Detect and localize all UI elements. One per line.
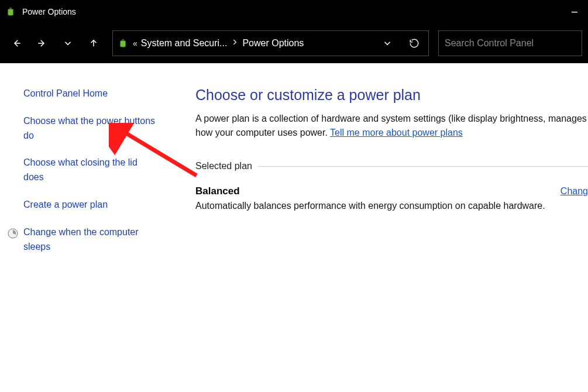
breadcrumb-level1[interactable]: System and Securi...: [141, 38, 228, 49]
minimize-button[interactable]: [561, 0, 588, 23]
selected-plan-label-text: Selected plan: [195, 161, 252, 171]
plan-name: Balanced: [195, 185, 240, 197]
sidebar-item-power-buttons[interactable]: Choose what the power buttons do: [23, 114, 158, 143]
plan-row: Balanced Chang: [195, 185, 588, 197]
sleep-settings-icon: [7, 228, 19, 239]
window-title: Power Options: [22, 7, 76, 16]
forward-button[interactable]: [30, 32, 54, 55]
location-icon: [118, 37, 129, 49]
sidebar-item-sleep-settings[interactable]: Change when the computer sleeps: [23, 225, 158, 255]
page-description: A power plan is a collection of hardware…: [195, 112, 588, 140]
change-plan-settings-link[interactable]: Chang: [561, 186, 588, 197]
address-history-dropdown[interactable]: [376, 32, 399, 55]
window-titlebar: Power Options: [0, 0, 588, 23]
plan-description: Automatically balances performance with …: [195, 201, 588, 211]
sidebar-item-closing-lid[interactable]: Choose what closing the lid does: [23, 156, 158, 185]
search-input[interactable]: [445, 38, 576, 49]
breadcrumb-separator-icon: [231, 38, 239, 49]
up-button[interactable]: [82, 32, 105, 55]
content-area: Control Panel Home Choose what the power…: [0, 63, 588, 392]
nav-toolbar: « System and Securi... Power Options: [0, 23, 588, 63]
back-button[interactable]: [5, 32, 28, 55]
page-heading: Choose or customize a power plan: [195, 87, 588, 104]
svg-rect-0: [8, 9, 13, 16]
search-box[interactable]: [438, 30, 582, 56]
breadcrumb-level2[interactable]: Power Options: [242, 38, 304, 49]
app-icon: [6, 6, 16, 17]
selected-plan-label: Selected plan: [195, 161, 588, 171]
recent-dropdown-button[interactable]: [56, 32, 80, 55]
svg-rect-3: [121, 41, 126, 47]
refresh-button[interactable]: [403, 32, 426, 55]
svg-rect-4: [122, 39, 124, 41]
sidebar: Control Panel Home Choose what the power…: [0, 63, 181, 392]
main-panel: Choose or customize a power plan A power…: [181, 63, 588, 392]
sidebar-home-link[interactable]: Control Panel Home: [23, 87, 158, 101]
address-bar[interactable]: « System and Securi... Power Options: [112, 30, 429, 56]
svg-rect-2: [572, 12, 577, 12]
learn-more-link[interactable]: Tell me more about power plans: [330, 128, 463, 137]
svg-rect-1: [9, 8, 12, 9]
sidebar-item-create-plan[interactable]: Create a power plan: [23, 198, 158, 212]
breadcrumb-overflow-icon[interactable]: «: [133, 39, 137, 48]
